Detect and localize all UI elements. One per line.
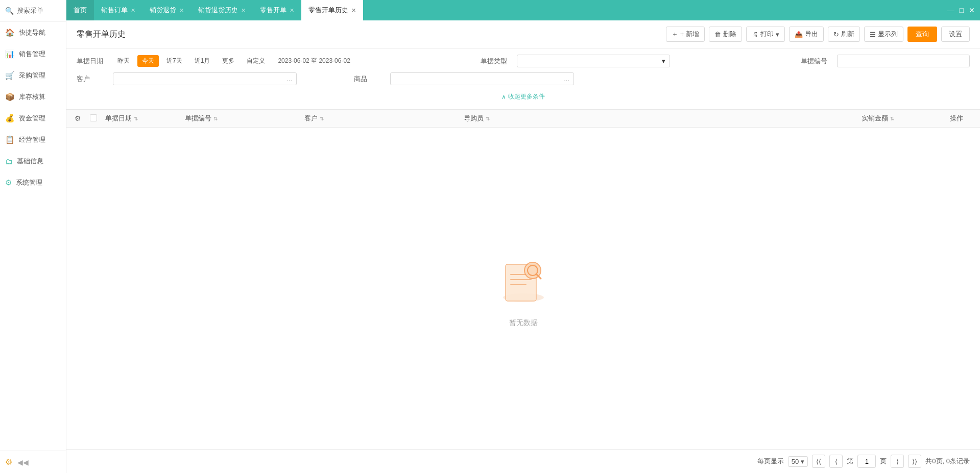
inventory-icon: 📦 xyxy=(5,92,15,102)
table-area: ⚙ 单据日期 ⇅ 单据编号 ⇅ 客户 ⇅ 导购员 xyxy=(66,110,980,449)
delete-button[interactable]: 🗑 删除 xyxy=(709,27,742,42)
page-label: 页 xyxy=(880,457,887,466)
sidebar: 🔍 搜索采单 🏠快捷导航📊销售管理🛒采购管理📦库存核算💰资金管理📋经营管理🗂基础… xyxy=(0,0,66,473)
collapse-filter-btn[interactable]: ∧ 收起更多条件 xyxy=(77,90,970,103)
refresh-icon: ↻ xyxy=(833,31,839,38)
page-header: 零售开单历史 ＋ + 新增 🗑 删除 🖨 打印 ▾ 📤 导出 xyxy=(66,20,980,48)
sidebar-item-inventory[interactable]: 📦库存核算 xyxy=(0,86,66,108)
th-action: 操作 xyxy=(941,114,972,123)
filter-row-1: 单据日期 昨天今天近7天近1月更多自定义 2023-06-02 至 2023-0… xyxy=(77,55,970,67)
settings-icon[interactable]: ⚙ xyxy=(5,457,12,467)
nav-tab-sales-return-history[interactable]: 销货退货历史✕ xyxy=(191,0,253,20)
sidebar-item-label: 系统管理 xyxy=(16,178,42,187)
th-customer-sort-icon[interactable]: ⇅ xyxy=(320,116,324,121)
window-maximize-icon[interactable]: □ xyxy=(960,6,964,14)
th-guide-sort-icon[interactable]: ⇅ xyxy=(486,116,490,121)
sidebar-item-quick-nav[interactable]: 🏠快捷导航 xyxy=(0,22,66,43)
total-text: 共0页, 0条记录 xyxy=(925,457,970,466)
first-page-btn[interactable]: ⟨⟨ xyxy=(812,455,825,468)
filter-area: 单据日期 昨天今天近7天近1月更多自定义 2023-06-02 至 2023-0… xyxy=(66,48,980,110)
tab-close-icon[interactable]: ✕ xyxy=(241,7,246,14)
tab-close-icon[interactable]: ✕ xyxy=(290,7,294,14)
export-icon: 📤 xyxy=(795,31,803,38)
sidebar-item-basic-info[interactable]: 🗂基础信息 xyxy=(0,151,66,172)
add-icon: ＋ xyxy=(672,30,678,39)
doc-type-select[interactable]: ▾ xyxy=(517,55,670,67)
last-page-btn[interactable]: ⟩⟩ xyxy=(908,455,921,468)
tab-close-icon[interactable]: ✕ xyxy=(131,7,135,14)
sidebar-item-label: 经营管理 xyxy=(19,135,45,144)
query-button[interactable]: 查询 xyxy=(907,27,937,42)
date-btn-custom[interactable]: 自定义 xyxy=(242,55,270,67)
th-guide-label: 导购员 xyxy=(464,114,484,123)
date-btn-today[interactable]: 今天 xyxy=(137,55,159,67)
nav-tab-sales-order[interactable]: 销售订单✕ xyxy=(94,0,142,20)
refresh-button[interactable]: ↻ 刷新 xyxy=(828,27,860,42)
sidebar-item-sales-mgmt[interactable]: 📊销售管理 xyxy=(0,43,66,65)
sidebar-bottom: ⚙ ◀◀ xyxy=(0,451,66,473)
export-button[interactable]: 📤 导出 xyxy=(789,27,824,42)
settings-button[interactable]: 设置 xyxy=(941,27,970,42)
collapse-up-icon: ∧ xyxy=(501,93,506,101)
date-btn-more[interactable]: 更多 xyxy=(218,55,239,67)
collapse-sidebar-icon[interactable]: ◀◀ xyxy=(17,458,29,466)
goods-label: 商品 xyxy=(354,74,382,84)
display-cols-icon: ☰ xyxy=(870,31,876,38)
nav-tab-retail-open-history[interactable]: 零售开单历史✕ xyxy=(301,0,363,20)
per-page-select[interactable]: 50 ▾ xyxy=(788,456,808,467)
sidebar-item-finance[interactable]: 💰资金管理 xyxy=(0,108,66,129)
search-icon: 🔍 xyxy=(5,7,14,15)
sidebar-item-label: 快捷导航 xyxy=(19,28,45,37)
date-btn-yesterday[interactable]: 昨天 xyxy=(113,55,134,67)
next-page-btn[interactable]: ⟩ xyxy=(891,455,904,468)
date-filter-buttons: 昨天今天近7天近1月更多自定义 xyxy=(113,55,270,67)
customer-placeholder: ... xyxy=(286,75,292,83)
collapse-filter-label: 收起更多条件 xyxy=(508,92,545,101)
goods-input[interactable]: ... xyxy=(390,72,574,85)
tab-label: 销售订单 xyxy=(101,6,128,15)
prev-page-btn[interactable]: ⟨ xyxy=(829,455,843,468)
sidebar-item-label: 采购管理 xyxy=(19,71,45,80)
add-button[interactable]: ＋ + 新增 xyxy=(666,27,705,42)
tab-label: 零售开单历史 xyxy=(308,6,348,15)
date-btn-last7[interactable]: 近7天 xyxy=(162,55,187,67)
nav-tab-retail-open[interactable]: 零售开单✕ xyxy=(253,0,301,20)
quick-nav-icon: 🏠 xyxy=(5,28,15,37)
nav-tab-home[interactable]: 首页 xyxy=(66,0,94,20)
date-btn-last1month[interactable]: 近1月 xyxy=(190,55,215,67)
th-num-sort-icon[interactable]: ⇅ xyxy=(213,116,218,121)
th-customer-label: 客户 xyxy=(304,114,318,123)
nav-tab-sales-return[interactable]: 销货退货✕ xyxy=(142,0,191,20)
sidebar-item-sys-mgmt[interactable]: ⚙系统管理 xyxy=(0,172,66,193)
empty-illustration xyxy=(493,249,554,310)
page-title: 零售开单历史 xyxy=(77,29,126,40)
tab-label: 销货退货 xyxy=(150,6,176,15)
tab-label: 首页 xyxy=(74,6,87,15)
pagination: 每页显示 50 ▾ ⟨⟨ ⟨ 第 1 页 ⟩ ⟩⟩ 共0页, 0条记录 xyxy=(66,449,980,473)
sidebar-item-operations[interactable]: 📋经营管理 xyxy=(0,129,66,151)
display-cols-button[interactable]: ☰ 显示列 xyxy=(864,27,903,42)
customer-label: 客户 xyxy=(77,74,105,84)
purchase-mgmt-icon: 🛒 xyxy=(5,71,15,80)
doc-num-input[interactable] xyxy=(837,55,970,67)
search-menu-item[interactable]: 🔍 搜索采单 xyxy=(0,0,66,22)
select-all-checkbox[interactable] xyxy=(90,114,97,121)
tab-close-icon[interactable]: ✕ xyxy=(351,7,356,14)
filter-row-2: 客户 ... 商品 ... xyxy=(77,72,970,85)
nav-right-icons: — □ ✕ xyxy=(942,6,980,14)
window-minimize-icon[interactable]: — xyxy=(947,6,954,14)
per-page-dropdown-icon: ▾ xyxy=(801,458,804,465)
th-amount-sort-icon[interactable]: ⇅ xyxy=(890,116,894,121)
customer-input[interactable]: ... xyxy=(113,72,297,85)
tab-close-icon[interactable]: ✕ xyxy=(179,7,184,14)
page-input[interactable]: 1 xyxy=(857,455,876,468)
sales-mgmt-icon: 📊 xyxy=(5,49,15,59)
window-close-icon[interactable]: ✕ xyxy=(969,6,975,14)
sidebar-item-purchase-mgmt[interactable]: 🛒采购管理 xyxy=(0,65,66,86)
print-dropdown-icon: ▾ xyxy=(776,31,779,38)
table-settings-icon[interactable]: ⚙ xyxy=(75,114,81,122)
goods-placeholder: ... xyxy=(564,75,569,83)
th-date-sort-icon[interactable]: ⇅ xyxy=(134,116,138,121)
th-amount-label: 实销金额 xyxy=(862,114,888,123)
print-button[interactable]: 🖨 打印 ▾ xyxy=(746,27,785,42)
